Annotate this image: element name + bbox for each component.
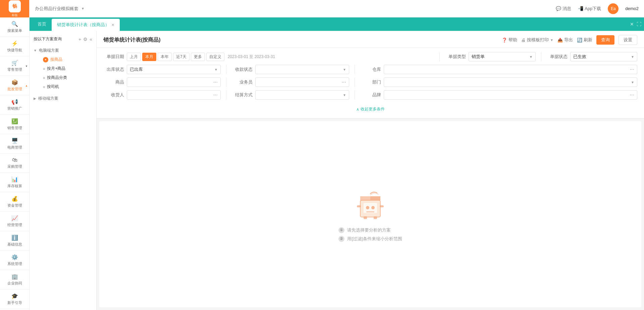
right-panel: 销货单统计计表(按商品) ❓ 帮助 🖨 按模板打印 ▼ 📤 导出 xyxy=(97,31,644,310)
receipt-status-select[interactable]: ▼ xyxy=(255,65,349,74)
window-close-icon[interactable]: ✕ xyxy=(630,21,634,27)
sidebar-wholesale-label: 批发管理 xyxy=(7,87,22,92)
svg-rect-5 xyxy=(357,205,361,207)
sidebar-item-sales[interactable]: 💹 销售管理 xyxy=(0,115,29,134)
print-button[interactable]: 🖨 按模板打印 ▼ xyxy=(521,37,553,43)
tree-node-by-product[interactable]: ● 按商品 xyxy=(32,55,96,64)
date-more[interactable]: 更多 xyxy=(191,53,205,61)
sidebar-search-menu[interactable]: 🔍 搜索菜单 xyxy=(0,17,29,37)
warehouse-dots[interactable]: ··· xyxy=(630,66,634,72)
app-name: 办公用品行业模拟账套 xyxy=(35,6,78,12)
empty-hint-1: ① 请先选择要分析的方案 xyxy=(338,227,391,233)
sidebar-finance-label: 资金管理 xyxy=(7,203,22,208)
date-this-year[interactable]: 本年 xyxy=(158,53,172,61)
salesperson-dots[interactable]: ··· xyxy=(342,79,346,85)
tab-sales-stat[interactable]: 销货单统计计表（按商品） ✕ xyxy=(52,19,120,31)
sidebar-item-enterprise[interactable]: 🏢 企业协同 xyxy=(0,270,29,290)
filter-row-4: 收货人 ··· 结算方式 ▼ 品牌 ··· xyxy=(103,90,637,100)
doc-status-label: 单据状态 xyxy=(547,54,570,60)
avatar[interactable]: Ea xyxy=(608,3,619,14)
date-custom[interactable]: 自定义 xyxy=(206,53,224,61)
app-name-dropdown[interactable]: ▼ xyxy=(81,7,85,10)
receipt-status-label: 收款状态 xyxy=(232,66,255,72)
sidebar-basic-label: 基础信息 xyxy=(7,242,22,247)
product-select[interactable]: ··· xyxy=(127,78,221,87)
header-left: 办公用品行业模拟账套 ▼ xyxy=(35,6,85,12)
warehouse-select[interactable]: ··· xyxy=(384,65,637,74)
sidebar-item-marketing[interactable]: 📢 营销推广 xyxy=(0,95,29,115)
app-download-button[interactable]: 📲 App下载 xyxy=(578,6,601,12)
sidebar-item-operation[interactable]: 📈 经营管理 xyxy=(0,212,29,231)
refresh-label: 刷新 xyxy=(584,37,592,43)
brand-dots[interactable]: ··· xyxy=(630,92,634,98)
salesperson-select[interactable]: ··· xyxy=(255,78,349,87)
panel-settings-icon[interactable]: ⚙ xyxy=(83,37,88,42)
panel-add-button[interactable]: + xyxy=(78,37,81,42)
sidebar-item-wholesale[interactable]: 📦 批发管理 xyxy=(0,76,29,95)
department-select[interactable]: ▼ xyxy=(384,78,637,87)
tab-bar: 首页 销货单统计计表（按商品） ✕ ✕ ⛶ xyxy=(30,17,644,31)
payment-select[interactable]: ▼ xyxy=(255,90,349,100)
empty-illustration xyxy=(350,187,390,220)
message-button[interactable]: 💬 消息 xyxy=(556,6,571,12)
system-icon: ⚙️ xyxy=(11,254,18,260)
sidebar-item-newbie[interactable]: 🎓 新手引导 xyxy=(0,290,29,309)
retail-icon: 🛒 xyxy=(11,60,18,66)
inventory-icon: 📊 xyxy=(11,176,18,183)
out-status-label: 出库状态 xyxy=(103,66,127,72)
tree-mobile-toggle[interactable]: ▶ 移动端方案 xyxy=(30,94,96,103)
date-last-month[interactable]: 上月 xyxy=(127,53,141,61)
sidebar-item-retail[interactable]: 🛒 零售管理 xyxy=(0,56,29,76)
wholesale-icon: 📦 xyxy=(11,79,18,86)
window-maximize-icon[interactable]: ⛶ xyxy=(637,21,641,27)
sidebar-retail-label: 零售管理 xyxy=(7,67,22,72)
product-dots[interactable]: ··· xyxy=(213,79,218,85)
hint-1-text: 请先选择要分析的方案 xyxy=(347,227,391,233)
tree-node-by-month-product[interactable]: ≡ 按月+商品 xyxy=(32,64,96,73)
tree-desktop-label: 电脑端方案 xyxy=(39,48,59,53)
sidebar-logo[interactable]: 畅 标版 xyxy=(0,0,29,17)
brand-select[interactable]: ··· xyxy=(384,90,637,100)
tree-node-by-category-label: 按商品分类 xyxy=(47,75,67,81)
receiver-select[interactable]: ··· xyxy=(127,90,221,100)
sidebar-quick-nav[interactable]: ⚡ 快捷导航 xyxy=(0,37,29,56)
sidebar-enterprise-label: 企业协同 xyxy=(7,281,22,286)
tab-home[interactable]: 首页 xyxy=(32,17,52,31)
tab-close-icon[interactable]: ✕ xyxy=(111,23,114,27)
sales-icon: 💹 xyxy=(11,118,18,124)
sidebar-operation-label: 经营管理 xyxy=(7,222,22,227)
empty-text: ① 请先选择要分析的方案 ② 用[过滤]条件来缩小分析范围 xyxy=(338,227,402,242)
tree-desktop-toggle[interactable]: ▼ 电脑端方案 xyxy=(30,46,96,55)
date-controls: 上月 本月 本年 近7天 更多 自定义 2023-03-01 至 2023-03… xyxy=(127,53,434,61)
sidebar-item-basic[interactable]: ℹ️ 基础信息 xyxy=(0,231,29,251)
avatar-icon: Ea xyxy=(611,6,616,11)
sidebar-item-system[interactable]: ⚙️ 系统管理 xyxy=(0,251,29,270)
settings-button[interactable]: 设置 xyxy=(619,35,637,45)
export-button[interactable]: 📤 导出 xyxy=(557,37,573,43)
sidebar-item-purchase[interactable]: 🛍 采购管理 xyxy=(0,154,29,173)
tree-node-by-product-label: 按商品 xyxy=(50,57,62,62)
sidebar-item-inventory[interactable]: 📊 库存核算 xyxy=(0,173,29,192)
collapse-button[interactable]: ∧ 收起更多条件 xyxy=(354,104,387,114)
sidebar-item-ecommerce[interactable]: 🖥️ 电商管理 xyxy=(0,134,29,154)
doc-type-select[interactable]: 销货单 ▼ xyxy=(469,52,536,61)
tree-mobile-arrow: ▶ xyxy=(34,97,36,100)
tree-node-by-warehouse[interactable]: ≡ 按司机 xyxy=(32,82,96,91)
query-button[interactable]: 查询 xyxy=(596,35,614,45)
tree-node-by-category[interactable]: ≡ 按商品分类 xyxy=(32,73,96,82)
user-name[interactable]: demo2 xyxy=(625,6,639,11)
help-button[interactable]: ❓ 帮助 xyxy=(502,37,517,43)
tree-node-category-icon: ≡ xyxy=(43,76,45,80)
date-7days[interactable]: 近7天 xyxy=(173,53,190,61)
tree-section-mobile: ▶ 移动端方案 xyxy=(30,93,96,104)
out-status-select[interactable]: 已出库 ▼ xyxy=(127,65,221,74)
doc-status-select[interactable]: 已生效 ▼ xyxy=(570,52,637,61)
app-download-label: App下载 xyxy=(585,6,601,12)
panel-collapse-icon[interactable]: « xyxy=(90,37,92,42)
logo-label: 标版 xyxy=(12,13,18,17)
date-this-month[interactable]: 本月 xyxy=(142,53,156,61)
refresh-button[interactable]: 🔄 刷新 xyxy=(577,37,592,43)
receiver-dots[interactable]: ··· xyxy=(213,92,218,98)
settings-label: 设置 xyxy=(624,37,632,43)
sidebar-item-finance[interactable]: 💰 资金管理 xyxy=(0,192,29,212)
